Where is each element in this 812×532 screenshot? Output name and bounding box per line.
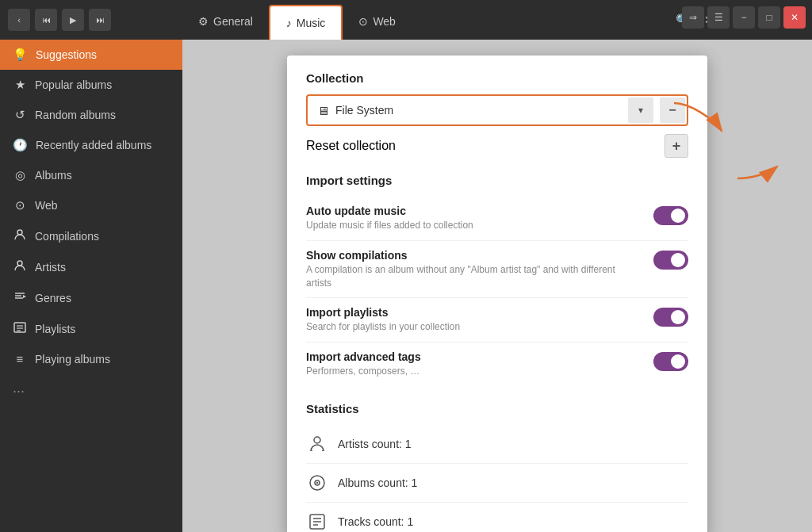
svg-point-7: [314, 437, 320, 443]
sidebar-item-genres[interactable]: Genres: [0, 282, 182, 313]
sidebar-item-artists[interactable]: Artists: [0, 251, 182, 282]
popular-icon: ★: [13, 78, 27, 92]
tab-music-label: Music: [297, 17, 326, 29]
import-item-desc: A compilation is an album without any "A…: [306, 263, 638, 290]
import-text: Import playlists Search for playlists in…: [306, 306, 653, 334]
maximize-button[interactable]: □: [758, 6, 780, 29]
stat-albums-icon: [306, 472, 328, 494]
svg-point-0: [17, 230, 22, 235]
sidebar-item-label: Suggestions: [36, 48, 97, 61]
tab-web-label: Web: [373, 15, 396, 28]
collection-dropdown-button[interactable]: ▾: [628, 98, 653, 123]
sidebar-item-random-albums[interactable]: ↺ Random albums: [0, 100, 182, 130]
import-item-desc: Search for playlists in your collection: [306, 320, 638, 334]
random-icon: ↺: [13, 108, 27, 122]
web-nav-icon: ⊙: [13, 198, 27, 212]
artists-icon: [13, 259, 27, 274]
music-icon: ♪: [286, 17, 292, 29]
next-button[interactable]: ⏭: [89, 9, 111, 31]
statistics-section: Statistics Artists count: 1: [306, 402, 688, 532]
sidebar-item-label: Recently added albums: [36, 139, 151, 151]
suggestions-icon: 💡: [13, 48, 28, 62]
import-text: Import advanced tags Performers, compose…: [306, 350, 653, 378]
tabs-bar: ⚙ General ♪ Music ⊙ Web: [182, 0, 725, 40]
sidebar-item-label: Genres: [35, 292, 71, 304]
sidebar-item-recently-added[interactable]: 🕐 Recently added albums: [0, 130, 182, 160]
stat-artists-icon: [306, 433, 328, 455]
add-collection-button[interactable]: +: [665, 134, 688, 158]
compilations-icon: [13, 228, 27, 243]
import-settings-section: Import settings Auto update music Update…: [306, 174, 688, 386]
statistics-section-title: Statistics: [306, 402, 688, 415]
svg-point-1: [17, 261, 22, 266]
collection-source-select[interactable]: 🖥 File System: [309, 99, 622, 122]
import-item-compilations: Show compilations A compilation is an al…: [306, 241, 688, 299]
tab-web[interactable]: ⊙ Web: [343, 5, 412, 40]
import-item-advanced-tags: Import advanced tags Performers, compose…: [306, 343, 688, 386]
window-controls: ⇒ ☰ − □ ✕: [682, 6, 806, 29]
close-button[interactable]: ✕: [783, 6, 806, 29]
advanced-tags-toggle[interactable]: [653, 352, 688, 371]
import-section-title: Import settings: [306, 174, 688, 187]
tab-music[interactable]: ♪ Music: [269, 5, 343, 40]
prev-button[interactable]: ⏮: [35, 9, 57, 31]
import-item-playlists: Import playlists Search for playlists in…: [306, 298, 688, 343]
sidebar-more[interactable]: ...: [0, 373, 182, 403]
svg-point-12: [317, 482, 318, 483]
import-item-desc: Update music if files added to collectio…: [306, 219, 638, 232]
svg-marker-2: [23, 295, 26, 298]
playlists-toggle[interactable]: [653, 308, 688, 327]
arrows-button[interactable]: ⇒: [682, 6, 704, 29]
sidebar-item-web[interactable]: ⊙ Web: [0, 190, 182, 220]
sidebar-item-suggestions[interactable]: 💡 Suggestions: [0, 40, 182, 70]
general-icon: ⚙: [198, 15, 209, 28]
window-chrome: ‹ ⏮ ▶ ⏭ ⚙ General ♪ Music ⊙ Web 🔍 ✕ ⇒ ☰ …: [0, 0, 812, 40]
sidebar-item-label: Compilations: [35, 230, 99, 243]
sidebar-item-label: Popular albums: [35, 78, 112, 91]
sidebar-item-popular-albums[interactable]: ★ Popular albums: [0, 70, 182, 100]
sidebar-item-label: Playlists: [35, 323, 75, 335]
sidebar-item-label: Random albums: [35, 109, 116, 121]
recent-icon: 🕐: [13, 138, 28, 152]
reset-collection-label: Reset collection: [306, 139, 396, 153]
auto-update-toggle[interactable]: [653, 206, 688, 225]
playing-icon: ≡: [13, 352, 27, 366]
sidebar-item-label: Albums: [35, 169, 72, 182]
albums-icon: ◎: [13, 168, 27, 182]
collection-remove-button[interactable]: −: [660, 98, 685, 123]
content-area: Collection 🖥 File System ▾ − Reset colle…: [182, 40, 812, 532]
menu-button[interactable]: ☰: [707, 6, 730, 29]
stat-tracks-label: Tracks count: 1: [338, 515, 413, 528]
stat-tracks: Tracks count: 1: [306, 503, 688, 532]
sidebar-item-playing-albums[interactable]: ≡ Playing albums: [0, 344, 182, 373]
tab-general[interactable]: ⚙ General: [182, 5, 269, 40]
import-text: Show compilations A compilation is an al…: [306, 249, 653, 290]
back-button[interactable]: ‹: [8, 9, 30, 31]
compilations-toggle[interactable]: [653, 251, 688, 270]
web-icon: ⊙: [358, 15, 368, 28]
playback-controls: ‹ ⏮ ▶ ⏭: [8, 9, 111, 31]
stat-tracks-icon: [306, 511, 328, 532]
stat-artists: Artists count: 1: [306, 425, 688, 464]
import-text: Auto update music Update music if files …: [306, 205, 653, 232]
settings-dialog: Collection 🖥 File System ▾ − Reset colle…: [287, 55, 707, 532]
minimize-button[interactable]: −: [733, 6, 755, 29]
stat-artists-label: Artists count: 1: [338, 438, 412, 450]
sidebar: 💡 Suggestions ★ Popular albums ↺ Random …: [0, 40, 182, 532]
sidebar-item-label: Web: [35, 199, 58, 212]
main-layout: 💡 Suggestions ★ Popular albums ↺ Random …: [0, 40, 812, 532]
import-item-auto-update: Auto update music Update music if files …: [306, 197, 688, 241]
sidebar-item-albums[interactable]: ◎ Albums: [0, 160, 182, 190]
filesystem-icon: 🖥: [317, 104, 329, 117]
reset-row: Reset collection +: [306, 134, 688, 158]
import-item-title: Import playlists: [306, 306, 638, 319]
play-button[interactable]: ▶: [62, 9, 84, 31]
sidebar-item-label: Playing albums: [35, 353, 110, 366]
stat-albums: Albums count: 1: [306, 464, 688, 503]
sidebar-item-playlists[interactable]: Playlists: [0, 313, 182, 344]
collection-source-label: File System: [335, 104, 393, 117]
sidebar-item-compilations[interactable]: Compilations: [0, 220, 182, 251]
import-item-title: Import advanced tags: [306, 350, 638, 363]
tab-general-label: General: [213, 15, 253, 28]
playlists-icon: [13, 321, 27, 336]
